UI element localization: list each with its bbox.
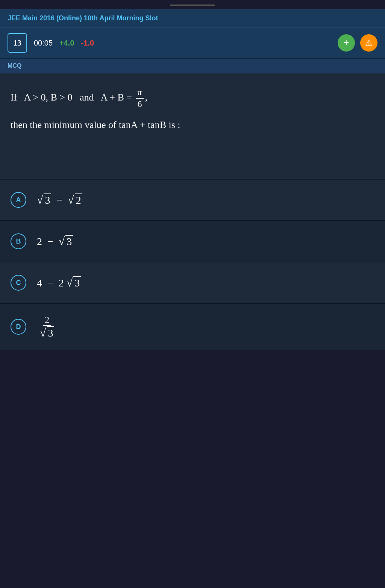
- question-line1: If A > 0, B > 0 and A + B = π 6 ,: [11, 87, 374, 110]
- exam-title: JEE Main 2016 (Online) 10th April Mornin…: [8, 14, 158, 22]
- meta-actions: + ⚠: [338, 34, 377, 52]
- question-line2: then the minimum value of tanA + tanB is…: [11, 117, 374, 133]
- option-a-circle: A: [11, 192, 26, 208]
- options-section: A √ 3 − √ 2 B 2 − √ 3 C 4 − 2: [0, 180, 385, 350]
- option-d-circle: D: [11, 319, 26, 335]
- option-b[interactable]: B 2 − √ 3: [0, 221, 385, 262]
- option-b-circle: B: [11, 233, 26, 249]
- option-a-text: √ 3 − √ 2: [37, 193, 82, 206]
- top-bar: [0, 0, 385, 9]
- question-type-label: MCQ: [0, 59, 385, 73]
- option-c-text: 4 − 2 √ 3: [37, 276, 81, 289]
- option-a[interactable]: A √ 3 − √ 2: [0, 180, 385, 221]
- minus-mark: -1.0: [81, 39, 94, 47]
- question-number: 13: [8, 33, 27, 53]
- notch-line: [170, 5, 215, 6]
- fraction-pi-6: π 6: [136, 87, 144, 110]
- flag-button[interactable]: ⚠: [360, 34, 377, 52]
- option-d[interactable]: D 2 √ 3: [0, 304, 385, 350]
- question-body: If A > 0, B > 0 and A + B = π 6 , then t…: [0, 73, 385, 179]
- option-c-circle: C: [11, 275, 26, 291]
- meta-info: 00:05 +4.0 -1.0: [34, 39, 338, 47]
- header: JEE Main 2016 (Online) 10th April Mornin…: [0, 9, 385, 28]
- fraction-2-sqrt3: 2 √ 3: [38, 314, 56, 339]
- timer: 00:05: [34, 39, 53, 47]
- option-d-text: 2 √ 3: [37, 314, 57, 339]
- question-text: If A > 0, B > 0 and A + B = π 6 , then t…: [11, 87, 374, 133]
- question-meta-row: 13 00:05 +4.0 -1.0 + ⚠: [0, 28, 385, 59]
- add-button[interactable]: +: [338, 34, 355, 52]
- option-c[interactable]: C 4 − 2 √ 3: [0, 262, 385, 304]
- option-b-text: 2 − √ 3: [37, 235, 73, 248]
- plus-mark: +4.0: [59, 39, 74, 47]
